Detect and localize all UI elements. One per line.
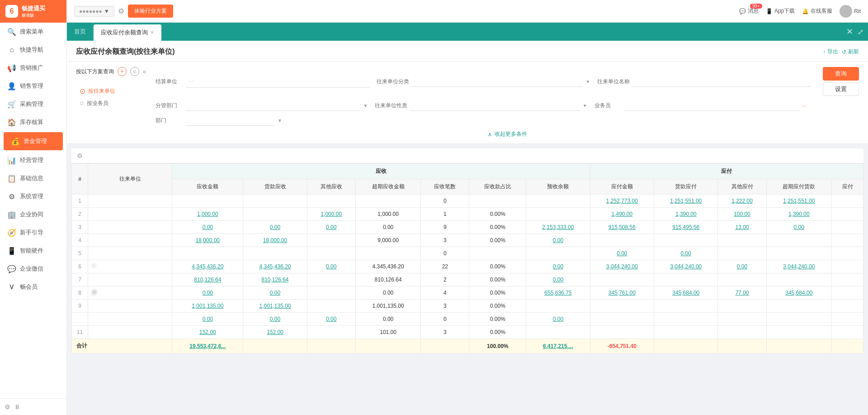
table-cell-5-9[interactable]: 3,044,240.00 [590,260,654,273]
collapse-bar[interactable]: ∧ 收起更多条件 [156,130,859,138]
sidebar-item-purchase[interactable]: 🛒 采购管理 [0,95,66,113]
table-cell-2-8[interactable]: 2,153,333.00 [526,221,590,234]
table-cell-5-2[interactable]: 4,345,436.20 [172,260,243,273]
sidebar-item-sales[interactable]: 👤 销售管理 [0,77,66,95]
salesman-dots-icon[interactable]: ··· [802,103,807,109]
table-cell-3-3[interactable]: 18,000.00 [243,234,307,247]
table-cell-2-4[interactable]: 0.00 [307,221,355,234]
settlement-input[interactable] [185,76,369,88]
sidebar-item-marketing[interactable]: 📢 营销推广 [0,59,66,77]
tab-close-window-icon[interactable]: ✕ [846,27,853,37]
table-cell-6-3[interactable]: 810,126.64 [243,273,307,286]
partner-name-input[interactable] [632,76,811,87]
table-cell-9-4[interactable]: 0.00 [307,313,355,326]
sidebar-item-enterprise[interactable]: 🏢 企业协同 [0,205,66,224]
partner-cat-input[interactable] [412,76,583,87]
partner-nature-dropdown-icon[interactable]: ▼ [583,103,587,108]
table-cell-8-3[interactable]: 1,001,135.00 [243,300,307,313]
table-cell-9-2[interactable]: 0.00 [172,313,243,326]
sidebar-item-inventory[interactable]: 🏠 库存核算 [0,113,66,131]
online-service-item[interactable]: 🔔 在线客服 [802,7,832,15]
sidebar-item-smarthw[interactable]: 📱 智能硬件 [0,242,66,260]
table-cell-7-3[interactable]: 0.00 [243,286,307,300]
sidebar-item-enterwx[interactable]: 💬 企业微信 [0,260,66,278]
table-cell-7-9[interactable]: 345,761.00 [590,286,654,300]
summary-receivable-amount[interactable]: 19,553,472,6... [172,339,243,353]
table-cell-2-10[interactable]: 915,495.56 [654,221,718,234]
table-cell-5-4[interactable]: 0.00 [307,260,355,273]
table-cell-0-10[interactable]: 1,251,551.00 [654,195,718,208]
table-cell-8-2[interactable]: 1,001,135.00 [172,300,243,313]
table-cell-0-12[interactable]: 1,251,551.00 [766,195,831,208]
export-button[interactable]: ↑ 导出 [823,48,838,56]
table-cell-7-10[interactable]: 345,684.00 [654,286,718,300]
sidebar-item-quicknav[interactable]: ⌂ 快捷导航 [0,41,66,59]
sidebar-item-finance[interactable]: 💰 资金管理 [4,132,63,150]
summary-advance-balance[interactable]: 6,417,215.... [526,339,590,353]
sidebar-item-guide[interactable]: 🧭 新手引导 [0,224,66,242]
table-cell-2-11[interactable]: 13.00 [718,221,766,234]
table-cell-6-2[interactable]: 810,126.64 [172,273,243,286]
table-cell-10-2[interactable]: 152.00 [172,326,243,339]
table-cell-5-11[interactable]: 0.00 [718,260,766,273]
table-cell-3-2[interactable]: 18,000.00 [172,234,243,247]
table-cell-2-3[interactable]: 0.00 [243,221,307,234]
table-cell-0-11[interactable]: 1,222.00 [718,195,766,208]
table-cell-1-10[interactable]: 1,390.00 [654,208,718,221]
partner-nature-input[interactable] [410,100,580,111]
table-cell-2-12[interactable]: 0.00 [766,221,831,234]
sidebar-item-basicinfo[interactable]: 📋 基础信息 [0,169,66,187]
user-info[interactable]: Rit [840,5,861,18]
partner-cat-dropdown-icon[interactable]: ▼ [585,79,590,84]
table-cell-7-11[interactable]: 77.00 [718,286,766,300]
tab-maximize-icon[interactable]: ⤢ [858,28,863,36]
table-cell-7-12[interactable]: 345,684.00 [766,286,831,300]
table-cell-7-2[interactable]: 0.00 [172,286,243,300]
table-cell-9-8[interactable]: 0.00 [526,313,590,326]
table-cell-5-10[interactable]: 3,044,240.00 [654,260,718,273]
filter-settings-button[interactable]: ⊙ [130,67,139,76]
table-cell-2-2[interactable]: 0.00 [172,221,243,234]
supervise-dept-dropdown-icon[interactable]: ▼ [363,103,368,108]
dept-input[interactable] [185,115,275,126]
table-cell-1-11[interactable]: 100.00 [718,208,766,221]
sidebar-item-search[interactable]: 🔍 搜索菜单 [0,23,66,41]
table-cell-5-8[interactable]: 0.00 [526,260,590,273]
sidebar-item-operations[interactable]: 📊 经营管理 [0,151,66,169]
table-cell-10-3[interactable]: 152.00 [243,326,307,339]
supervise-dept-input[interactable] [185,100,360,111]
table-cell-5-3[interactable]: 4,345,436.20 [243,260,307,273]
filter-tab-partner[interactable]: ⊙ 按往来单位 [76,85,148,97]
refresh-button[interactable]: ↺ 刷新 [842,48,859,56]
sidebar-item-member[interactable]: V 畅会员 [0,278,66,296]
table-cell-1-9[interactable]: 1,490.00 [590,208,654,221]
table-cell-1-4[interactable]: 1,000.00 [307,208,355,221]
filter-tab-employee[interactable]: ○ 按业务员 [76,97,148,109]
dept-dropdown-icon[interactable]: ▼ [278,118,282,123]
table-cell-4-10[interactable]: 0.00 [654,247,718,260]
query-button[interactable]: 查询 [823,67,859,81]
table-settings-icon[interactable]: ⚙ [77,152,83,159]
filter-collapse-button[interactable]: « [143,68,146,75]
salesman-input[interactable] [624,100,799,111]
table-cell-4-9[interactable]: 0.00 [590,247,654,260]
table-cell-2-9[interactable]: 915,508.56 [590,221,654,234]
table-scroll-wrap[interactable]: # 往来单位 应收 应付 应收金额 货款应收 其他应收 超期应收金额 应收笔数 … [71,163,863,353]
table-cell-7-8[interactable]: 655,636.75 [526,286,590,300]
filter-add-button[interactable]: + [118,67,127,76]
settings-gear-icon[interactable]: ⚙ [118,7,124,15]
table-cell-6-8[interactable]: 0.00 [526,273,590,286]
company-selector[interactable]: ●●●●●●● ▼ [74,6,114,17]
table-cell-0-9[interactable]: 1,252,773.00 [590,195,654,208]
table-cell-5-12[interactable]: 3,044,240.00 [766,260,831,273]
app-download-item[interactable]: 📱 App下载 [766,7,795,15]
solution-button[interactable]: 体验行业方案 [128,5,173,18]
sidebar-gear-icon[interactable]: ⚙ [5,403,10,410]
sidebar-collapse-icon[interactable]: ⏸ [14,403,20,410]
messages-item[interactable]: 💬 消息 99+ [739,7,759,15]
tab-close-icon[interactable]: × [151,29,154,36]
table-cell-1-2[interactable]: 1,000.00 [172,208,243,221]
set-button[interactable]: 设置 [823,82,859,96]
sidebar-item-system[interactable]: ⚙ 系统管理 [0,187,66,205]
tab-receivable-query[interactable]: 应收应付余额查询 × [94,24,161,41]
